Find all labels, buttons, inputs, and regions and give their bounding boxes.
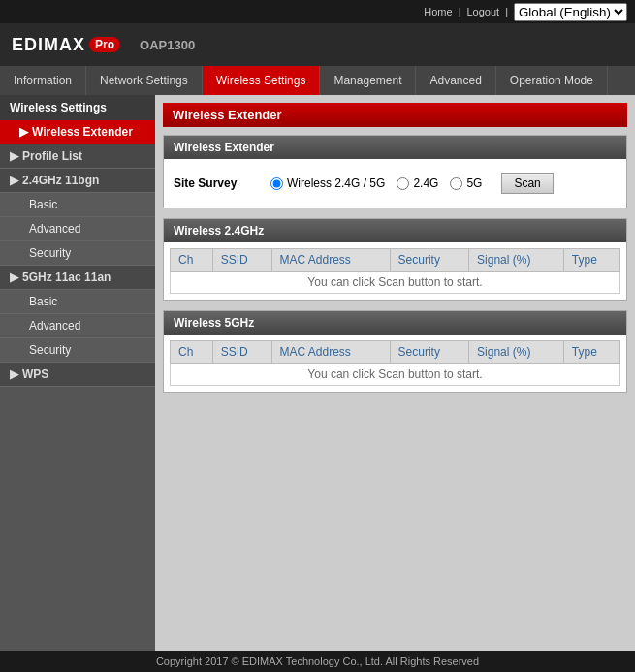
main-layout: Wireless Settings ▶ Wireless Extender ▶ …	[0, 95, 635, 651]
sidebar-item-label: Security	[29, 343, 71, 357]
sidebar: Wireless Settings ▶ Wireless Extender ▶ …	[0, 95, 155, 651]
sidebar-item-security-5[interactable]: Security	[0, 338, 155, 363]
radio-5g-input[interactable]	[450, 177, 462, 190]
col-type: Type	[563, 341, 619, 364]
wireless-5-panel-header: Wireless 5GHz	[164, 311, 626, 335]
separator2: |	[505, 6, 508, 17]
wireless-5-panel-body: Ch SSID MAC Address Security Signal (%) …	[164, 335, 626, 392]
site-survey-row: Site Survey Wireless 2.4G / 5G 2.4G 5	[174, 169, 617, 198]
col-ch: Ch	[171, 341, 213, 364]
nav-operation-mode[interactable]: Operation Mode	[496, 66, 608, 95]
language-select[interactable]: Global (English)	[514, 3, 627, 21]
nav-management[interactable]: Management	[320, 66, 416, 95]
sidebar-item-label: Wireless Extender	[32, 125, 133, 139]
arrow-icon: ▶	[10, 368, 18, 381]
site-survey-panel: Wireless Extender Site Survey Wireless 2…	[163, 135, 627, 208]
sidebar-item-basic-5[interactable]: Basic	[0, 290, 155, 314]
col-signal: Signal (%)	[469, 249, 564, 272]
col-security: Security	[390, 249, 469, 272]
wireless-24-panel: Wireless 2.4GHz Ch SSID MAC Address Secu…	[163, 218, 627, 301]
sidebar-item-advanced-5[interactable]: Advanced	[0, 314, 155, 338]
wireless-24-panel-body: Ch SSID MAC Address Security Signal (%) …	[164, 242, 626, 300]
nav: Information Network Settings Wireless Se…	[0, 66, 635, 95]
sidebar-item-label: Advanced	[29, 222, 80, 236]
separator: |	[459, 6, 461, 17]
wireless-24-table: Ch SSID MAC Address Security Signal (%) …	[170, 248, 620, 294]
site-survey-panel-header: Wireless Extender	[164, 136, 626, 159]
home-link[interactable]: Home	[424, 6, 452, 17]
sidebar-item-label: Profile List	[22, 149, 82, 163]
radio-both-input[interactable]	[270, 177, 283, 190]
col-ssid: SSID	[212, 249, 271, 272]
nav-wireless-settings[interactable]: Wireless Settings	[203, 66, 321, 95]
sidebar-item-security-24[interactable]: Security	[0, 241, 155, 266]
sidebar-item-label: Basic	[29, 295, 57, 308]
sidebar-item-label: Basic	[29, 198, 57, 211]
nav-information[interactable]: Information	[0, 66, 86, 95]
footer: Copyright 2017 © EDIMAX Technology Co., …	[0, 651, 635, 672]
content-area: Wireless Extender Wireless Extender Site…	[155, 95, 635, 651]
sidebar-item-label: 2.4GHz 11bgn	[22, 174, 99, 187]
sidebar-item-24ghz[interactable]: ▶ 2.4GHz 11bgn	[0, 169, 155, 193]
site-survey-panel-body: Site Survey Wireless 2.4G / 5G 2.4G 5	[164, 159, 626, 208]
col-ssid: SSID	[212, 341, 271, 364]
logout-link[interactable]: Logout	[466, 6, 499, 17]
site-survey-label: Site Survey	[174, 176, 251, 190]
sidebar-item-advanced-24[interactable]: Advanced	[0, 217, 155, 241]
arrow-icon: ▶	[10, 174, 18, 187]
wireless-24-panel-header: Wireless 2.4GHz	[164, 219, 626, 242]
arrow-icon: ▶	[10, 271, 18, 284]
col-type: Type	[563, 249, 619, 272]
radio-both[interactable]: Wireless 2.4G / 5G	[270, 176, 385, 190]
sidebar-item-profile-list[interactable]: ▶ Profile List	[0, 144, 155, 169]
table-header-row: Ch SSID MAC Address Security Signal (%) …	[171, 249, 620, 272]
status-bar: Home | Logout | Global (English)	[0, 0, 635, 23]
sidebar-item-wps[interactable]: ▶ WPS	[0, 363, 155, 387]
footer-text: Copyright 2017 © EDIMAX Technology Co., …	[156, 656, 479, 667]
radio-5g[interactable]: 5G	[450, 176, 482, 190]
sidebar-item-label: 5GHz 11ac 11an	[22, 271, 111, 284]
radio-24g-input[interactable]	[397, 177, 409, 190]
radio-24g[interactable]: 2.4G	[397, 176, 438, 190]
sidebar-item-5ghz[interactable]: ▶ 5GHz 11ac 11an	[0, 266, 155, 290]
empty-message: You can click Scan button to start.	[171, 272, 620, 294]
wireless-5-table: Ch SSID MAC Address Security Signal (%) …	[170, 340, 620, 386]
model-text: OAP1300	[140, 38, 195, 52]
radio-group: Wireless 2.4G / 5G 2.4G 5G	[270, 176, 482, 190]
arrow-icon: ▶	[19, 125, 28, 139]
sidebar-item-label: WPS	[22, 368, 48, 381]
header: EDIMAX Pro OAP1300	[0, 23, 635, 66]
wireless-5-panel: Wireless 5GHz Ch SSID MAC Address Securi…	[163, 310, 627, 393]
sidebar-item-label: Security	[29, 246, 71, 260]
empty-message: You can click Scan button to start.	[171, 364, 620, 386]
scan-button[interactable]: Scan	[501, 173, 553, 194]
col-mac: MAC Address	[271, 249, 390, 272]
radio-both-label: Wireless 2.4G / 5G	[287, 176, 385, 190]
sidebar-item-basic-24[interactable]: Basic	[0, 193, 155, 217]
logo-text: EDIMAX	[12, 35, 85, 55]
col-ch: Ch	[171, 249, 213, 272]
table-row: You can click Scan button to start.	[171, 364, 620, 386]
sidebar-title: Wireless Settings	[0, 95, 155, 120]
arrow-icon: ▶	[10, 149, 18, 163]
table-row: You can click Scan button to start.	[171, 272, 620, 294]
col-signal: Signal (%)	[469, 341, 564, 364]
nav-network-settings[interactable]: Network Settings	[86, 66, 203, 95]
logo: EDIMAX Pro	[12, 35, 120, 55]
nav-advanced[interactable]: Advanced	[416, 66, 495, 95]
col-security: Security	[390, 341, 469, 364]
radio-5g-label: 5G	[466, 176, 482, 190]
radio-24g-label: 2.4G	[413, 176, 438, 190]
sidebar-item-wireless-extender[interactable]: ▶ Wireless Extender	[0, 120, 155, 144]
table-header-row: Ch SSID MAC Address Security Signal (%) …	[171, 341, 620, 364]
page-title: Wireless Extender	[163, 103, 627, 127]
sidebar-item-label: Advanced	[29, 319, 80, 333]
col-mac: MAC Address	[271, 341, 390, 364]
logo-pro: Pro	[89, 37, 120, 52]
